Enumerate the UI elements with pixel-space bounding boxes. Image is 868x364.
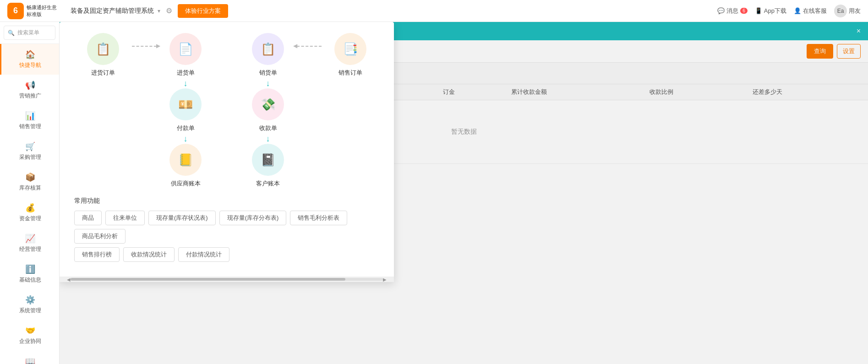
flow-purchase-bill-label: 进货单	[177, 69, 195, 77]
avatar: Ea	[834, 5, 847, 17]
common-functions-area: 常用功能 商品 往来单位 现存量(库存状况表) 现存量(库存分布表) 销售毛利分…	[74, 197, 379, 262]
modal-scrollbar: ◀ ▶	[60, 277, 394, 282]
flow-sales-bill-icon[interactable]: 📋	[252, 33, 284, 65]
func-btn-goods-profit[interactable]: 商品毛利分析	[74, 229, 126, 244]
modal-box: 📋 进货订单 ▶	[60, 22, 394, 282]
func-btn-pay-stats[interactable]: 付款情况统计	[178, 247, 229, 262]
message-icon: 💬	[717, 7, 725, 14]
sidebar-item-system[interactable]: ⚙️ 系统管理	[0, 289, 59, 320]
common-functions-title: 常用功能	[74, 197, 379, 205]
home-icon: 🏠	[25, 49, 35, 60]
sidebar-item-finance[interactable]: 💰 资金管理	[0, 197, 59, 228]
sidebar-item-sales[interactable]: 📊 销售管理	[0, 105, 59, 136]
search-icon: 🔍	[8, 30, 15, 36]
user-area[interactable]: Ea 用友	[834, 5, 861, 17]
sidebar-item-purchase[interactable]: 🛒 采购管理	[0, 136, 59, 167]
sidebar-item-inventory[interactable]: 📦 库存核算	[0, 167, 59, 197]
dropdown-arrow-icon[interactable]: ▾	[158, 8, 160, 14]
flow-diagram-area: 📋 进货订单 ▶	[74, 33, 379, 195]
sidebar: 🔍 搜索菜单 🏠 快捷导航 📢 营销推广 📊 销售管理 🛒 采购管理	[0, 22, 60, 364]
sidebar-item-marketing[interactable]: 📢 营销推广	[0, 75, 59, 105]
func-btn-sales-profit[interactable]: 销售毛利分析表	[290, 211, 347, 225]
marketing-icon: 📢	[25, 80, 35, 90]
message-badge: 6	[740, 8, 748, 14]
top-right-area: 💬 消息 6 📱 App下载 👤 在线客服 Ea 用友	[717, 5, 861, 17]
sales-icon: 📊	[25, 111, 35, 121]
flow-supplier-ledger-label: 供应商账本	[171, 179, 201, 188]
finance-icon: 💰	[25, 203, 35, 213]
sidebar-item-enterprise[interactable]: 🤝 企业协同	[0, 320, 59, 351]
logo-area: 6 畅康通好生意 标准版	[7, 3, 67, 19]
sidebar-search-area: 🔍 搜索菜单	[0, 22, 59, 44]
modal-content: 📋 进货订单 ▶	[60, 22, 394, 273]
flow-sales-order-label: 销售订单	[338, 69, 362, 77]
sidebar-item-guide[interactable]: 📖 新手引导	[0, 351, 59, 364]
flow-purchase-order-label: 进货订单	[91, 69, 115, 77]
logo-text: 畅康通好生意 标准版	[27, 4, 57, 17]
flow-payment-bill-label: 付款单	[177, 124, 195, 132]
info-icon: ℹ️	[25, 264, 35, 274]
system-title: 装备及固定资产辅助管理系统	[71, 7, 154, 15]
inventory-icon: 📦	[25, 172, 35, 182]
flow-sales-bill-label: 销货单	[259, 69, 277, 77]
func-btn-partners[interactable]: 往来单位	[105, 211, 145, 225]
func-buttons-row2: 销售排行榜 收款情况统计 付款情况统计	[74, 247, 379, 262]
sidebar-item-quick-nav[interactable]: 🏠 快捷导航	[0, 44, 59, 75]
flow-customer-ledger-label: 客户账本	[256, 179, 280, 188]
app-download-button[interactable]: 📱 App下载	[755, 7, 786, 15]
func-btn-sales-rank[interactable]: 销售排行榜	[74, 247, 120, 262]
search-menu-button[interactable]: 🔍 搜索菜单	[4, 26, 55, 40]
func-btn-stock-status[interactable]: 现存量(库存状况表)	[148, 211, 216, 225]
func-buttons-row1: 商品 往来单位 现存量(库存状况表) 现存量(库存分布表) 销售毛利分析表 商品…	[74, 211, 379, 244]
func-btn-goods[interactable]: 商品	[74, 211, 102, 225]
experience-button[interactable]: 体验行业方案	[178, 4, 228, 18]
flow-receipt-bill-label: 收款单	[259, 124, 277, 132]
message-button[interactable]: 💬 消息 6	[717, 7, 748, 15]
logo-icon: 6	[7, 3, 24, 19]
flow-purchase-bill-icon[interactable]: 📄	[169, 33, 202, 65]
sidebar-item-basic-info[interactable]: ℹ️ 基础信息	[0, 259, 59, 289]
download-icon: 📱	[755, 7, 762, 14]
system-icon: ⚙️	[25, 295, 35, 305]
modal-overlay: 📋 进货订单 ▶	[60, 22, 868, 364]
system-title-area: 装备及固定资产辅助管理系统 ▾ ⚙	[71, 6, 172, 15]
flow-sales-order-icon[interactable]: 📑	[334, 33, 366, 65]
enterprise-icon: 🤝	[25, 326, 35, 336]
flow-receipt-bill-icon[interactable]: 💸	[252, 88, 284, 120]
flow-supplier-ledger-icon[interactable]: 📒	[169, 144, 202, 176]
scrollbar-thumb	[71, 278, 345, 281]
content-area: 首页 销售订单执行表 × × ❓ 帮助 🖨 按模板打印 ▾	[60, 22, 868, 364]
purchase-icon: 🛒	[25, 141, 35, 152]
service-icon: 👤	[794, 7, 801, 14]
flow-purchase-order-icon[interactable]: 📋	[87, 33, 119, 65]
func-btn-recv-stats[interactable]: 收款情况统计	[123, 247, 175, 262]
gear-icon[interactable]: ⚙	[166, 6, 172, 15]
scroll-right-icon[interactable]: ▶	[383, 277, 387, 282]
online-service-button[interactable]: 👤 在线客服	[794, 7, 827, 15]
flow-payment-bill-icon[interactable]: 💴	[169, 88, 202, 120]
scroll-left-icon[interactable]: ◀	[67, 277, 71, 282]
func-btn-stock-dist[interactable]: 现存量(库存分布表)	[219, 211, 287, 225]
scrollbar-track[interactable]	[71, 278, 383, 281]
operations-icon: 📈	[25, 234, 35, 244]
sidebar-item-operations[interactable]: 📈 经营管理	[0, 228, 59, 259]
guide-icon: 📖	[25, 356, 35, 364]
flow-customer-ledger-icon[interactable]: 📓	[252, 144, 284, 176]
